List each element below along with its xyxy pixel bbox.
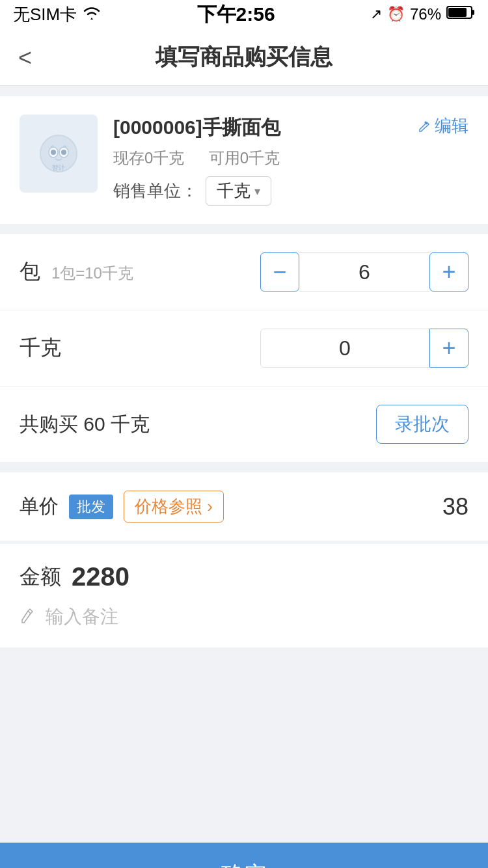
nav-bar: < 填写商品购买信息 [0, 29, 488, 86]
total-text: 共购买 60 千克 [20, 411, 150, 438]
edit-icon [418, 119, 432, 133]
package-label: 包 1包=10千克 [20, 258, 247, 286]
svg-text:智计: 智计 [52, 164, 65, 171]
status-bar: 无SIM卡 下午2:56 ↗ ⏰ 76% [0, 0, 488, 29]
edit-button[interactable]: 编辑 [418, 115, 468, 137]
price-ref-button[interactable]: 价格参照 › [124, 491, 224, 522]
total-label: 共购买 [20, 413, 78, 435]
edit-label: 编辑 [435, 115, 468, 137]
kg-label: 千克 [20, 334, 247, 362]
stock-text: 现存0千克 [113, 149, 184, 167]
package-quantity-input[interactable] [299, 252, 429, 292]
back-icon: < [18, 44, 32, 71]
remark-row[interactable]: 输入备注 [20, 604, 468, 629]
product-image: 智计 [20, 115, 98, 193]
wifi-icon [82, 5, 102, 25]
status-time: 下午2:56 [197, 1, 275, 28]
unit-select[interactable]: 千克 ▾ [206, 176, 271, 206]
amount-value: 2280 [72, 562, 129, 591]
battery-text: 76% [410, 5, 441, 23]
battery-icon [446, 5, 475, 23]
price-row: 单价 批发 价格参照 › 38 [0, 472, 488, 541]
package-input-section: 包 1包=10千克 − + 千克 + [0, 234, 488, 387]
back-button[interactable]: < [18, 42, 32, 72]
price-badge: 批发 [69, 495, 113, 519]
divider-1 [0, 224, 488, 234]
price-value: 38 [442, 493, 468, 521]
amount-row: 金额 2280 [20, 562, 468, 591]
svg-rect-2 [448, 8, 467, 17]
package-quantity-control: − + [260, 252, 468, 292]
amount-label: 金额 [20, 563, 61, 591]
carrier-text: 无SIM卡 [13, 3, 77, 26]
product-title-row: [0000006]手撕面包 编辑 [113, 115, 468, 141]
package-sublabel: 1包=10千克 [51, 264, 133, 282]
svg-point-6 [51, 150, 56, 155]
package-label-text: 包 [20, 260, 40, 283]
total-row: 共购买 60 千克 录批次 [0, 387, 488, 462]
total-amount: 60 [83, 413, 105, 435]
amount-section: 金额 2280 输入备注 [0, 544, 488, 647]
product-card: 智计 [0000006]手撕面包 编辑 现存0千克 可用0千克 [0, 96, 488, 224]
batch-button[interactable]: 录批次 [376, 405, 468, 444]
product-info: [0000006]手撕面包 编辑 现存0千克 可用0千克 销售单位： 千克 [113, 115, 468, 206]
available-text: 可用0千克 [209, 149, 280, 167]
dropdown-icon: ▾ [254, 184, 260, 198]
total-unit: 千克 [111, 413, 150, 435]
svg-point-7 [61, 150, 66, 155]
unit-label: 销售单位： [113, 180, 198, 202]
empty-space [0, 647, 488, 843]
confirm-button[interactable]: 确定 [0, 843, 488, 868]
divider-2 [0, 462, 488, 472]
product-stock: 现存0千克 可用0千克 [113, 148, 468, 169]
kg-input-row: 千克 + [0, 310, 488, 387]
package-plus-button[interactable]: + [429, 252, 468, 292]
unit-value: 千克 [217, 180, 251, 202]
product-unit-row: 销售单位： 千克 ▾ [113, 176, 468, 206]
kg-quantity-input[interactable] [260, 329, 429, 368]
status-carrier: 无SIM卡 [13, 3, 102, 26]
kg-quantity-control: + [260, 329, 468, 368]
package-minus-button[interactable]: − [260, 252, 299, 292]
remark-placeholder[interactable]: 输入备注 [46, 604, 118, 629]
page-title: 填写商品购买信息 [156, 42, 332, 72]
content-area: 智计 [0000006]手撕面包 编辑 现存0千克 可用0千克 [0, 86, 488, 843]
location-icon: ↗ [370, 6, 382, 23]
confirm-button-label: 确定 [221, 860, 267, 869]
product-full-name: [0000006]手撕面包 [113, 115, 418, 141]
pencil-icon [20, 606, 38, 629]
kg-plus-button[interactable]: + [429, 329, 468, 368]
alarm-icon: ⏰ [387, 6, 405, 23]
product-thumbnail-icon: 智计 [39, 134, 78, 173]
status-right: ↗ ⏰ 76% [370, 5, 475, 23]
price-label: 单价 [20, 493, 59, 520]
package-input-row: 包 1包=10千克 − + [0, 234, 488, 310]
svg-rect-1 [472, 10, 474, 15]
